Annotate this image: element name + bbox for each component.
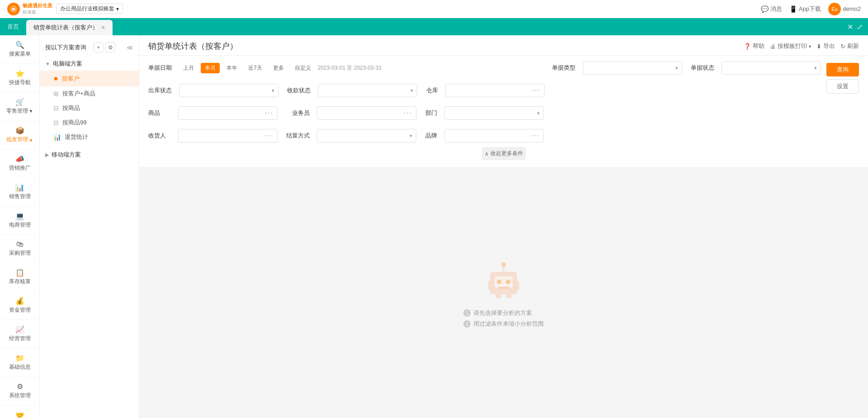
query-btn[interactable]: 查询 bbox=[826, 63, 859, 76]
warehouse-select[interactable]: ··· bbox=[445, 84, 545, 97]
scheme-item-customer[interactable]: ● 按客户 bbox=[40, 71, 139, 86]
sidebar-item-marketing[interactable]: 📣 营销推广 bbox=[0, 149, 39, 178]
date-this-year-btn[interactable]: 本年 bbox=[222, 63, 241, 73]
receiver-dots: ··· bbox=[265, 132, 274, 140]
empty-illustration bbox=[476, 258, 531, 304]
receiver-select[interactable]: ··· bbox=[178, 129, 278, 142]
settle-label: 结算方式 bbox=[285, 132, 310, 140]
right-buttons: 查询 设置 bbox=[826, 61, 859, 94]
brand-label: 品牌 bbox=[424, 132, 437, 140]
settings-btn[interactable]: 设置 bbox=[826, 79, 859, 94]
sidebar-item-finance[interactable]: 💰 资金管理 bbox=[0, 291, 39, 320]
user-menu[interactable]: Ea demo2 bbox=[828, 3, 861, 15]
wholesale-icon: 📦 bbox=[15, 126, 24, 135]
dept-arrow-icon: ▾ bbox=[537, 110, 540, 116]
sidebar-item-ecommerce[interactable]: 💻 电商管理 bbox=[0, 206, 39, 235]
scheme-settings-btn[interactable]: ⚙ bbox=[105, 43, 115, 52]
date-more-btn[interactable]: 更多 bbox=[269, 63, 288, 73]
inventory-icon: 📋 bbox=[15, 268, 24, 277]
tab-home[interactable]: 首页 bbox=[0, 18, 26, 35]
goods-select[interactable]: ··· bbox=[178, 106, 278, 120]
mobile-group-header[interactable]: ▶ 移动端方案 bbox=[40, 148, 139, 162]
payment-status-label: 收款状态 bbox=[286, 86, 311, 95]
scheme-item-customer-goods[interactable]: ⊞ 按客户+商品 bbox=[40, 86, 139, 101]
staff-dots: ··· bbox=[404, 109, 412, 117]
sidebar-item-system[interactable]: ⚙ 系统管理 bbox=[0, 377, 39, 405]
header-right: 💬 消息 📱 App下载 Ea demo2 bbox=[761, 3, 861, 15]
avatar: Ea bbox=[828, 3, 841, 15]
sidebar-item-inventory[interactable]: 📋 库存核算 bbox=[0, 263, 39, 291]
help-btn[interactable]: ❓ 帮助 bbox=[744, 42, 764, 50]
refresh-btn[interactable]: ↻ 刷新 bbox=[840, 42, 859, 50]
goods-dots: ··· bbox=[265, 109, 274, 117]
dept-select[interactable]: ▾ bbox=[444, 106, 544, 120]
date-custom-btn[interactable]: 自定义 bbox=[291, 63, 315, 73]
doc-type-label: 单据类型 bbox=[551, 64, 576, 72]
svg-point-4 bbox=[506, 280, 510, 284]
tab-close-icon[interactable]: ✕ bbox=[847, 23, 853, 31]
chevron-right-icon: ▶ bbox=[45, 152, 49, 158]
tab-maximize-icon[interactable]: ⤢ bbox=[857, 23, 863, 31]
content-area: 按以下方案查询 + ⚙ ≪ ▼ 电脑端方案 ● 按客户 bbox=[40, 35, 868, 418]
scheme-item-goods99[interactable]: ⊟ 按商品99 bbox=[40, 115, 139, 130]
sidebar-item-basic[interactable]: 📁 基础信息 bbox=[0, 348, 39, 377]
desktop-group-header[interactable]: ▼ 电脑端方案 bbox=[40, 57, 139, 71]
sidebar-item-wholesale[interactable]: 📦 批发管理 ▲ bbox=[0, 121, 39, 149]
brand-select[interactable]: ··· bbox=[444, 129, 544, 142]
warehouse-dots: ··· bbox=[532, 86, 541, 95]
mobile-scheme-group: ▶ 移动端方案 bbox=[40, 146, 139, 163]
logo-text: 畅捷通好生意 标准版 bbox=[23, 2, 52, 15]
app-download-btn[interactable]: 📱 App下载 bbox=[789, 5, 821, 13]
tab-sales-report[interactable]: 销货单统计表（按客户） ✕ bbox=[26, 20, 113, 35]
empty-state: 1 请先选择要分析的方案 2 用过滤条件来缩小分析范围 bbox=[139, 171, 868, 418]
export-btn[interactable]: ⬇ 导出 bbox=[816, 42, 835, 50]
filter-fields: 单据日期 上月 本月 本年 近7天 更多 自定义 2023-03-01 至 20… bbox=[148, 61, 821, 142]
settle-select[interactable]: ▾ bbox=[317, 129, 416, 142]
svg-rect-7 bbox=[506, 294, 512, 298]
chevron-down-icon: ▼ bbox=[29, 109, 33, 114]
doc-type-select[interactable]: ▾ bbox=[583, 61, 682, 75]
svg-rect-9 bbox=[516, 281, 519, 290]
settings-icon: ⚙ bbox=[108, 44, 113, 51]
page-header: 销货单统计表（按客户） ❓ 帮助 🖨 按模板打印 ▾ ⬇ 导出 bbox=[139, 35, 868, 56]
hint-item-1: 1 请先选择要分析的方案 bbox=[463, 309, 544, 317]
collapse-btn[interactable]: ∧ 收起更多条件 bbox=[482, 147, 526, 160]
system-icon: ⚙ bbox=[17, 382, 23, 391]
tab-close-btn[interactable]: ✕ bbox=[101, 24, 105, 31]
out-status-select[interactable]: ▾ bbox=[179, 84, 278, 97]
print-icon: 🖨 bbox=[770, 43, 776, 50]
sidebar-item-retail[interactable]: 🛒 零售管理 ▼ bbox=[0, 92, 39, 121]
sidebar-item-nav[interactable]: ⭐ 快捷导航 bbox=[0, 64, 39, 92]
date-7days-btn[interactable]: 近7天 bbox=[244, 63, 266, 73]
filter-row-2: 出库状态 ▾ 收款状态 ▾ 仓库 bbox=[148, 84, 821, 97]
sidebar-item-search[interactable]: 🔍 搜索菜单 bbox=[0, 35, 39, 64]
settle-arrow-icon: ▾ bbox=[410, 133, 412, 139]
payment-status-select[interactable]: ▾ bbox=[318, 84, 417, 97]
svg-rect-6 bbox=[495, 294, 501, 298]
sales-icon: 📊 bbox=[15, 183, 24, 192]
print-btn[interactable]: 🖨 按模板打印 ▾ bbox=[770, 42, 811, 50]
add-scheme-btn[interactable]: + bbox=[94, 43, 104, 52]
left-panel-header: 按以下方案查询 + ⚙ ≪ bbox=[40, 40, 139, 55]
left-panel: 按以下方案查询 + ⚙ ≪ ▼ 电脑端方案 ● 按客户 bbox=[40, 35, 139, 418]
sidebar-item-operation[interactable]: 📈 经营管理 bbox=[0, 320, 39, 348]
date-last-month-btn[interactable]: 上月 bbox=[179, 63, 198, 73]
chevron-up-icon: ∧ bbox=[485, 151, 489, 157]
refresh-icon: ↻ bbox=[840, 43, 845, 50]
brand-dots: ··· bbox=[531, 132, 540, 140]
industry-selector[interactable]: 办公用品行业模拟账套 ▾ bbox=[56, 4, 123, 14]
doc-status-select[interactable]: ▾ bbox=[722, 61, 821, 75]
panel-collapse-btn[interactable]: ≪ bbox=[127, 44, 133, 51]
scheme-item-return[interactable]: 📊 退货统计 bbox=[40, 130, 139, 144]
main-layout: 🔍 搜索菜单 ⭐ 快捷导航 🛒 零售管理 ▼ 📦 批发管理 ▲ 📣 营销推广 bbox=[0, 35, 868, 418]
scheme-item-goods[interactable]: ⊟ 按商品 bbox=[40, 101, 139, 115]
tab-bar: 首页 销货单统计表（按客户） ✕ ✕ ⤢ bbox=[0, 18, 868, 35]
out-status-label: 出库状态 bbox=[148, 86, 172, 95]
dept-label: 部门 bbox=[424, 109, 437, 117]
staff-select[interactable]: ··· bbox=[317, 106, 416, 120]
message-btn[interactable]: 💬 消息 bbox=[761, 5, 782, 13]
sidebar-item-sales[interactable]: 📊 销售管理 bbox=[0, 178, 39, 206]
sidebar-item-collab[interactable]: 🤝 企业协同 bbox=[0, 405, 39, 418]
sidebar-item-purchase[interactable]: 🛍 采购管理 bbox=[0, 235, 39, 263]
date-this-month-btn[interactable]: 本月 bbox=[201, 63, 220, 73]
